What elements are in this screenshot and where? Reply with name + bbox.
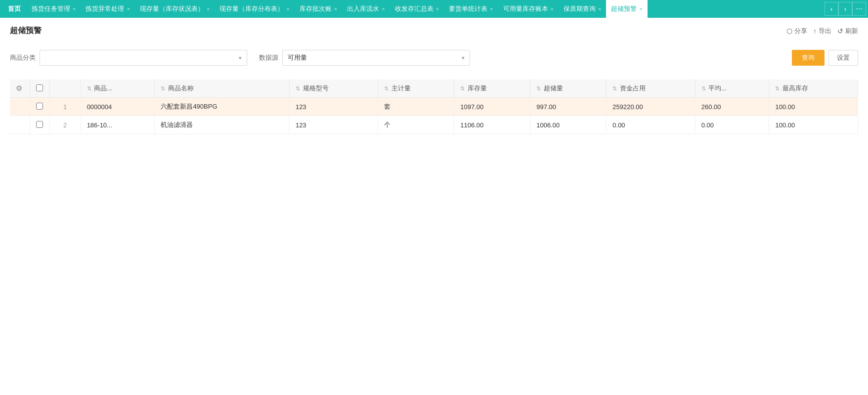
sort-icon-avg[interactable]: ⇅ <box>701 85 706 91</box>
col-stock-header: ⇅ 库存量 <box>454 79 530 98</box>
col-capital-header: ⇅ 资金占用 <box>607 79 695 98</box>
row-number: 1 <box>49 98 81 116</box>
datasource-value: 可用量 <box>288 53 307 62</box>
datasource-filter: 数据源 可用量 ▾ <box>259 50 470 66</box>
sort-icon-name[interactable]: ⇅ <box>161 85 165 91</box>
tab-label: 现存量（库存状况表） <box>140 4 204 13</box>
row-avg: 260.00 <box>695 98 769 116</box>
tab-close-icon[interactable]: × <box>207 6 210 12</box>
table-row: 2 186-10... 机油滤清器 123 个 1106.00 1006.00 … <box>10 116 858 134</box>
nav-home[interactable]: 首页 <box>2 0 27 18</box>
nav-tab-tab-7[interactable]: 收发存汇总表× <box>390 0 444 18</box>
query-button[interactable]: 查询 <box>792 50 825 66</box>
tab-label: 超储预警 <box>611 4 637 13</box>
tab-close-icon[interactable]: × <box>551 6 554 12</box>
category-filter: 商品分类 ▾ <box>10 50 247 66</box>
nav-next-btn[interactable]: › <box>838 2 852 16</box>
share-button[interactable]: ⬡ 分享 <box>786 27 807 36</box>
nav-prev-btn[interactable]: ‹ <box>825 2 838 16</box>
refresh-button[interactable]: ↺ 刷新 <box>837 27 858 36</box>
main-content: 超储预警 ⬡ 分享 ↑ 导出 ↺ 刷新 商品分类 ▾ 数据源 <box>0 18 868 395</box>
nav-tab-tab-4[interactable]: 现存量（库存分布表）× <box>215 0 294 18</box>
row-unit: 套 <box>378 98 454 116</box>
nav-tab-tab-2[interactable]: 拣货异常处理× <box>81 0 134 18</box>
table-row: 1 0000004 六配套新昌490BPG 123 套 1097.00 997.… <box>10 98 858 116</box>
datasource-label: 数据源 <box>259 53 278 62</box>
nav-tab-tab-5[interactable]: 库存批次账× <box>295 0 342 18</box>
filter-bar: 商品分类 ▾ 数据源 可用量 ▾ 查询 设置 <box>10 44 858 72</box>
refresh-icon: ↺ <box>837 27 843 35</box>
datasource-arrow-icon: ▾ <box>462 55 465 61</box>
nav-tab-tab-1[interactable]: 拣货任务管理× <box>27 0 81 18</box>
row-checkbox[interactable] <box>36 121 43 128</box>
nav-tab-tab-8[interactable]: 要货单统计表× <box>444 0 498 18</box>
tab-close-icon[interactable]: × <box>73 6 76 12</box>
tab-close-icon[interactable]: × <box>639 6 642 12</box>
tab-label: 收发存汇总表 <box>395 4 434 13</box>
row-spec: 123 <box>289 116 378 134</box>
tab-close-icon[interactable]: × <box>382 6 385 12</box>
sort-icon-overflow[interactable]: ⇅ <box>536 85 541 91</box>
category-select[interactable]: ▾ <box>40 50 247 66</box>
tab-label: 可用量库存账本 <box>503 4 548 13</box>
share-label: 分享 <box>794 27 807 36</box>
settings-button[interactable]: 设置 <box>828 50 858 66</box>
tab-label: 要货单统计表 <box>449 4 487 13</box>
row-check-cell <box>30 116 49 134</box>
data-table: ⚙ ⇅ 商品... ⇅ 商品名称 ⇅ 规格型号 <box>10 79 858 134</box>
top-nav: 首页 拣货任务管理×拣货异常处理×现存量（库存状况表）×现存量（库存分布表）×库… <box>0 0 868 18</box>
datasource-select[interactable]: 可用量 ▾ <box>282 50 470 66</box>
export-button[interactable]: ↑ 导出 <box>813 27 831 36</box>
sort-icon-unit[interactable]: ⇅ <box>384 85 389 91</box>
tab-close-icon[interactable]: × <box>598 6 601 12</box>
row-capital: 259220.00 <box>607 98 695 116</box>
tab-close-icon[interactable]: × <box>436 6 439 12</box>
col-name-header: ⇅ 商品名称 <box>155 79 290 98</box>
row-checkbox[interactable] <box>36 103 43 110</box>
tab-close-icon[interactable]: × <box>286 6 289 12</box>
export-icon: ↑ <box>813 27 817 35</box>
nav-more-btn[interactable]: ⋯ <box>852 2 866 16</box>
category-label: 商品分类 <box>10 53 36 62</box>
sort-icon-capital[interactable]: ⇅ <box>612 85 617 91</box>
table-header: ⚙ ⇅ 商品... ⇅ 商品名称 ⇅ 规格型号 <box>10 79 858 98</box>
settings-gear-icon[interactable]: ⚙ <box>16 84 22 92</box>
nav-tab-tab-6[interactable]: 出入库流水× <box>342 0 390 18</box>
nav-tab-tab-3[interactable]: 现存量（库存状况表）× <box>135 0 215 18</box>
header-actions: ⬡ 分享 ↑ 导出 ↺ 刷新 <box>786 27 858 36</box>
col-unit-header: ⇅ 主计量 <box>378 79 454 98</box>
share-icon: ⬡ <box>786 27 792 35</box>
nav-tab-tab-9[interactable]: 可用量库存账本× <box>498 0 559 18</box>
tab-close-icon[interactable]: × <box>490 6 493 12</box>
nav-tab-tab-11[interactable]: 超储预警× <box>606 0 647 18</box>
col-rownum-header <box>49 79 81 98</box>
tab-close-icon[interactable]: × <box>127 6 130 12</box>
nav-tab-tab-10[interactable]: 保质期查询× <box>559 0 606 18</box>
tab-close-icon[interactable]: × <box>334 6 337 12</box>
row-name: 六配套新昌490BPG <box>155 98 290 116</box>
row-capital: 0.00 <box>607 116 695 134</box>
col-settings-header: ⚙ <box>10 79 30 98</box>
row-stock: 1097.00 <box>454 98 530 116</box>
refresh-label: 刷新 <box>845 27 858 36</box>
select-all-checkbox[interactable] <box>36 84 43 91</box>
tab-label: 库存批次账 <box>300 4 332 13</box>
row-maxstock: 100.00 <box>769 116 858 134</box>
tab-label: 拣货任务管理 <box>32 4 70 13</box>
col-code-header: ⇅ 商品... <box>81 79 155 98</box>
row-spec: 123 <box>289 98 378 116</box>
table-body: 1 0000004 六配套新昌490BPG 123 套 1097.00 997.… <box>10 98 858 134</box>
sort-icon-stock[interactable]: ⇅ <box>460 85 465 91</box>
page-header: 超储预警 ⬡ 分享 ↑ 导出 ↺ 刷新 <box>10 26 858 36</box>
tab-label: 出入库流水 <box>347 4 379 13</box>
sort-icon-maxstock[interactable]: ⇅ <box>775 85 780 91</box>
tab-label: 现存量（库存分布表） <box>219 4 284 13</box>
row-number: 2 <box>49 116 81 134</box>
row-overflow: 997.00 <box>530 98 607 116</box>
sort-icon-spec[interactable]: ⇅ <box>296 85 300 91</box>
row-unit: 个 <box>378 116 454 134</box>
sort-icon-code[interactable]: ⇅ <box>87 85 91 91</box>
row-settings-cell <box>10 116 30 134</box>
filter-actions: 查询 设置 <box>792 50 858 66</box>
page-title: 超储预警 <box>10 26 42 36</box>
